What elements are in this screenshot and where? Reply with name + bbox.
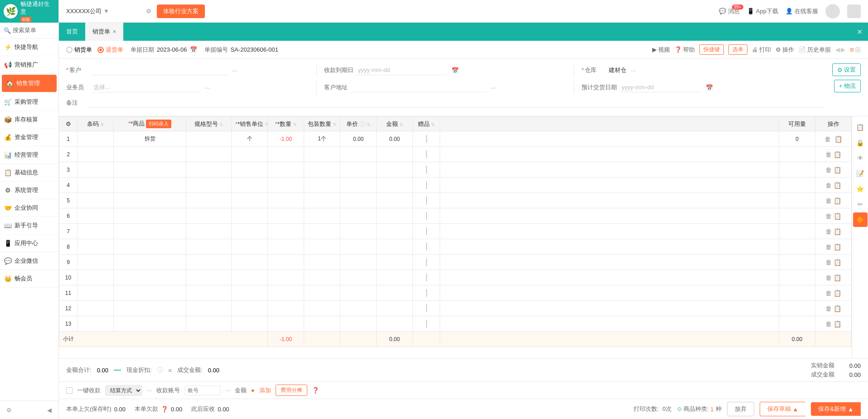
right-panel-icon-4[interactable]: 📝 (853, 166, 868, 181)
delete-icon[interactable]: 🗑 (825, 182, 832, 189)
trial-button[interactable]: 体验行业方案 (157, 5, 205, 18)
gift-checkbox-1[interactable] (426, 135, 427, 143)
delete-icon[interactable]: 🗑 (825, 212, 832, 220)
warehouse-dots-icon[interactable]: ··· (631, 67, 636, 74)
company-selector[interactable]: XXXXXX公司 ▼ (66, 7, 139, 15)
message-button[interactable]: 💬 消息 99+ (719, 7, 740, 15)
delete-icon[interactable]: 🗑 (825, 197, 832, 204)
delete-icon[interactable]: 🗑 (825, 289, 832, 297)
row-remarks-1[interactable] (440, 131, 779, 147)
add-payment-button[interactable]: ● (251, 387, 255, 394)
radio-return[interactable]: 退货单 (97, 46, 123, 54)
copy-icon[interactable]: 📋 (834, 243, 841, 250)
gift-checkbox[interactable] (426, 166, 427, 173)
copy-row-1-icon[interactable]: 📋 (834, 135, 842, 143)
gift-checkbox[interactable] (426, 181, 427, 189)
delete-icon[interactable]: 🗑 (825, 243, 832, 250)
gift-checkbox[interactable] (426, 243, 427, 250)
grid-view-icon[interactable]: ⊞ (855, 45, 861, 54)
sidebar-item-member[interactable]: 👑 畅会员 (0, 270, 58, 288)
sidebar-item-system[interactable]: ⚙ 系统管理 (0, 182, 58, 199)
delivery-date-input[interactable] (620, 82, 701, 92)
right-panel-icon-3[interactable]: 👁 (853, 151, 868, 165)
gift-checkbox[interactable] (426, 304, 427, 312)
sidebar-item-basics[interactable]: 📋 基础信息 (0, 164, 58, 182)
customer-input[interactable] (92, 65, 228, 75)
gift-checkbox[interactable] (426, 289, 427, 297)
row-amount-1[interactable]: 0.00 (377, 131, 413, 147)
close-all-tabs-icon[interactable]: ✕ (857, 28, 863, 36)
right-panel-icon-2[interactable]: 🔒 (853, 135, 868, 150)
delete-icon[interactable]: 🗑 (825, 166, 832, 173)
copy-icon[interactable]: 📋 (834, 197, 841, 204)
sidebar-item-sales[interactable]: 🏠 销售管理 (2, 75, 57, 92)
settings-button[interactable]: ⚙ 设置 (832, 63, 861, 76)
delete-icon[interactable]: 🗑 (825, 151, 832, 158)
row-gift-1[interactable] (413, 131, 440, 147)
next-arrow-icon[interactable]: ▶ (841, 46, 845, 53)
gift-checkbox[interactable] (426, 258, 427, 266)
copy-icon[interactable]: 📋 (834, 274, 841, 281)
delete-icon[interactable]: 🗑 (825, 259, 832, 266)
right-panel-icon-5[interactable]: ⭐ (853, 182, 868, 196)
payment-date-input[interactable] (356, 65, 447, 75)
row-qty-1[interactable]: -1.00 (268, 131, 304, 147)
copy-icon[interactable]: 📋 (834, 182, 841, 189)
delete-icon[interactable]: 🗑 (825, 274, 832, 281)
copy-icon[interactable]: 📋 (834, 166, 841, 173)
delete-icon[interactable]: 🗑 (825, 305, 832, 312)
row-price-1[interactable]: 0.00 (340, 131, 377, 147)
delete-icon[interactable]: 🗑 (825, 228, 832, 235)
right-panel-icon-7[interactable]: 🔶 (853, 212, 868, 227)
prev-arrow-icon[interactable]: ◀ (835, 46, 840, 53)
sidebar-item-newbie[interactable]: 📖 新手引导 (0, 217, 58, 235)
sidebar-item-wechat[interactable]: 💬 企业微信 (0, 252, 58, 270)
delete-icon[interactable]: 🗑 (825, 320, 832, 327)
user-menu[interactable] (847, 5, 861, 18)
tab-home[interactable]: 首页 (59, 23, 85, 41)
copy-icon[interactable]: 📋 (834, 289, 841, 297)
sidebar-item-funds[interactable]: 💰 资金管理 (0, 129, 58, 146)
history-btn[interactable]: 📄 历史单据 (799, 46, 831, 54)
salesperson-dots-icon[interactable]: ··· (205, 84, 210, 91)
scan-button[interactable]: 扫码录入 (146, 120, 171, 128)
row-barcode-1[interactable] (78, 131, 114, 147)
right-panel-icon-1[interactable]: 📋 (853, 120, 868, 135)
sidebar-item-inventory[interactable]: 📦 库存核算 (0, 111, 58, 129)
add-payment-label[interactable]: 添加 (259, 386, 271, 395)
remarks-input[interactable] (89, 98, 824, 108)
settings-bottom-icon[interactable]: ⚙ (4, 405, 15, 415)
calendar-icon[interactable]: 📅 (190, 46, 197, 53)
copy-icon[interactable]: 📋 (834, 151, 841, 158)
delete-row-1-icon[interactable]: 🗑 (824, 135, 831, 143)
gift-checkbox[interactable] (426, 197, 427, 204)
print-btn[interactable]: 🖨 打印 (752, 46, 771, 54)
online-support-button[interactable]: 👤 在线客服 (786, 7, 818, 15)
expense-split-button[interactable]: 费用分摊 (276, 385, 307, 396)
list-view-icon[interactable]: ≡ (850, 46, 854, 54)
topbar-gear-icon[interactable]: ⚙ (146, 8, 151, 14)
copy-icon[interactable]: 📋 (834, 320, 841, 327)
sidebar-item-purchase[interactable]: 🛒 采购管理 (0, 93, 58, 111)
sidebar-item-enterprise[interactable]: 🤝 企业协同 (0, 199, 58, 217)
gift-checkbox[interactable] (426, 320, 427, 327)
app-download-button[interactable]: 📱 App下载 (747, 7, 778, 15)
payment-account-input[interactable] (184, 385, 221, 395)
customer-dots-icon[interactable]: ··· (232, 67, 237, 74)
row-pkgqty-1[interactable]: 1个 (304, 131, 340, 147)
copy-icon[interactable]: 📋 (834, 259, 841, 266)
gift-checkbox[interactable] (426, 212, 427, 220)
customer-address-input[interactable] (350, 82, 486, 92)
tab-close-icon[interactable]: × (113, 29, 116, 35)
delivery-date-calendar-icon[interactable]: 📅 (706, 84, 713, 91)
sidebar-item-operations[interactable]: 📊 经营管理 (0, 146, 58, 164)
right-panel-icon-6[interactable]: ✏ (853, 197, 868, 212)
one-click-payment-checkbox[interactable] (66, 387, 73, 394)
copy-icon[interactable]: 📋 (834, 305, 841, 312)
payment-method-dots-icon[interactable]: ··· (147, 387, 152, 394)
salesperson-input[interactable] (92, 82, 200, 92)
operation-btn[interactable]: ⚙ 操作 (776, 46, 794, 54)
row-spec-1[interactable] (186, 131, 232, 147)
radio-sale[interactable]: 销货单 (66, 46, 92, 54)
save-new-button[interactable]: 保存&新增 ▲ (811, 402, 861, 416)
